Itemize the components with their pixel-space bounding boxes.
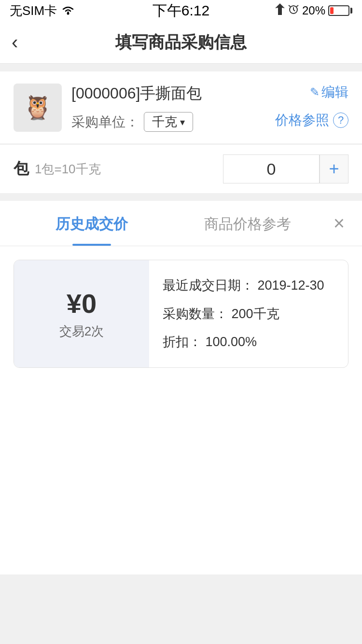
discount-label: 折扣： — [163, 335, 202, 349]
product-top: 🦉 [0000006]手撕面包 采购单位： 千克 ▾ ✎ 编辑 — [14, 83, 348, 132]
location-icon — [275, 3, 285, 18]
svg-point-0 — [67, 12, 70, 14]
transaction-summary: ¥0 交易2次 — [14, 260, 149, 367]
wifi-icon — [61, 3, 75, 18]
discount-value: 100.00% — [206, 335, 257, 349]
discount-row: 折扣： 100.00% — [163, 332, 334, 352]
product-left: 🦉 [0000006]手撕面包 采购单位： 千克 ▾ — [14, 83, 202, 132]
product-info: [0000006]手撕面包 采购单位： 千克 ▾ — [71, 83, 202, 132]
product-name: [0000006]手撕面包 — [71, 83, 202, 104]
unit-label: 采购单位： — [71, 113, 139, 131]
quantity-controls: + — [223, 154, 348, 183]
transaction-price: ¥0 — [67, 288, 97, 319]
quantity-detail-value: 200千克 — [232, 307, 279, 321]
battery-icon — [328, 5, 352, 16]
thumbnail-icon: 🦉 — [23, 94, 52, 121]
back-button[interactable]: ‹ — [12, 31, 18, 53]
page-header: ‹ 填写商品采购信息 — [0, 21, 362, 64]
tab-history-price[interactable]: 历史成交价 — [14, 201, 169, 246]
package-label: 包 — [14, 158, 29, 180]
product-card: 🦉 [0000006]手撕面包 采购单位： 千克 ▾ ✎ 编辑 — [0, 71, 362, 143]
recent-date-value: 2019-12-30 — [258, 278, 324, 293]
unit-dropdown[interactable]: 千克 ▾ — [144, 112, 193, 132]
alarm-icon — [288, 3, 299, 18]
edit-icon: ✎ — [310, 85, 320, 99]
quantity-row: 包 1包=10千克 + — [0, 144, 362, 193]
status-right: 20% — [275, 3, 352, 18]
chevron-down-icon: ▾ — [180, 116, 185, 128]
quantity-label: 包 1包=10千克 — [14, 158, 101, 180]
transaction-count: 交易2次 — [59, 323, 104, 340]
bottom-area — [0, 381, 362, 574]
transaction-list: ¥0 交易2次 最近成交日期： 2019-12-30 采购数量： 200千克 折… — [0, 246, 362, 381]
recent-date-row: 最近成交日期： 2019-12-30 — [163, 276, 334, 295]
status-time: 下午6:12 — [153, 1, 209, 21]
status-left: 无SIM卡 — [10, 2, 75, 19]
transaction-card: ¥0 交易2次 最近成交日期： 2019-12-30 采购数量： 200千克 折… — [14, 260, 348, 368]
transaction-details: 最近成交日期： 2019-12-30 采购数量： 200千克 折扣： 100.0… — [149, 260, 348, 367]
carrier-text: 无SIM卡 — [10, 2, 57, 19]
edit-button[interactable]: ✎ 编辑 — [310, 83, 348, 101]
recent-date-label: 最近成交日期： — [163, 278, 254, 293]
tabs-panel: 历史成交价 商品价格参考 × ¥0 交易2次 最近成交日期： 2019-12-3… — [0, 201, 362, 381]
help-icon[interactable]: ? — [333, 112, 348, 128]
close-button[interactable]: × — [330, 212, 348, 234]
price-ref-label: 价格参照 — [275, 111, 329, 129]
increment-button[interactable]: + — [320, 154, 348, 183]
quantity-input[interactable] — [223, 154, 320, 183]
product-unit-row: 采购单位： 千克 ▾ — [71, 112, 202, 132]
tab-price-ref[interactable]: 商品价格参考 — [169, 201, 325, 246]
price-ref-button[interactable]: 价格参照 ? — [275, 111, 348, 129]
product-thumbnail: 🦉 — [14, 84, 62, 132]
conversion-label: 1包=10千克 — [35, 161, 101, 178]
purchase-quantity-row: 采购数量： 200千克 — [163, 304, 334, 324]
battery-percent: 20% — [302, 4, 325, 17]
page-title: 填写商品采购信息 — [115, 31, 247, 54]
quantity-detail-label: 采购数量： — [163, 307, 228, 321]
unit-value: 千克 — [152, 113, 177, 130]
status-bar: 无SIM卡 下午6:12 20% — [0, 0, 362, 21]
tabs-header: 历史成交价 商品价格参考 × — [0, 201, 362, 246]
